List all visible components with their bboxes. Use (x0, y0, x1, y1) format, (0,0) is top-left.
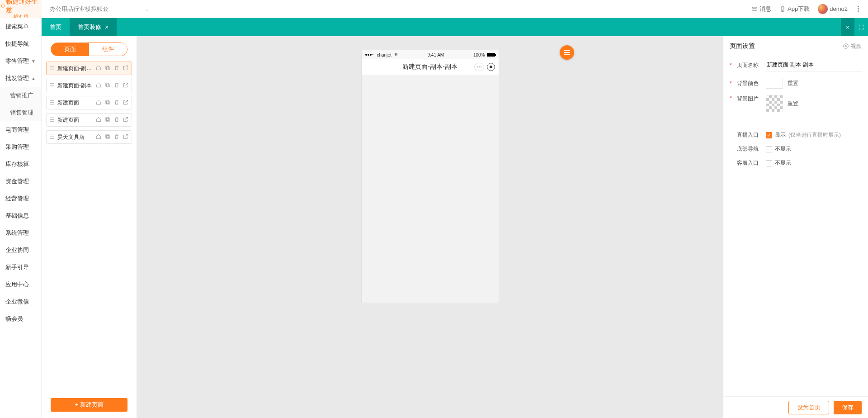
sidebar-item-system[interactable]: 系统管理 (0, 224, 41, 242)
page-home-icon[interactable] (95, 99, 102, 107)
page-delete-icon[interactable] (113, 99, 120, 107)
account-selector[interactable]: 办公用品行业模拟账套 ⌄ (50, 5, 149, 13)
sidebar-item-coop[interactable]: 企业协同 (0, 242, 41, 259)
live-entry-checkbox[interactable]: ✓ 显示 (仅当进行直播时展示) (766, 131, 841, 139)
save-button[interactable]: 保存 (834, 401, 862, 414)
field-bg-image: *背景图片 重置 (730, 95, 862, 112)
sidebar-item-quicknav[interactable]: 快捷导航 (0, 35, 41, 52)
tab-home[interactable]: 首页 (42, 18, 70, 36)
page-home-icon[interactable] (95, 82, 102, 90)
page-delete-icon[interactable] (113, 65, 120, 72)
sidebar-item-funds[interactable]: 资金管理 (0, 173, 41, 190)
sidebar-item-ecom[interactable]: 电商管理 (0, 121, 41, 138)
set-home-button[interactable]: 设为首页 (788, 401, 829, 414)
page-row[interactable]: ☰昊天文具店 (46, 130, 132, 144)
drag-handle-icon[interactable]: ☰ (49, 65, 55, 71)
sidebar-item-wecom[interactable]: 企业微信 (0, 293, 41, 310)
page-home-icon[interactable] (95, 133, 102, 141)
page-row-name: 新建页面-副本-... (57, 65, 93, 72)
bottom-nav-checkbox[interactable]: 不显示 (766, 145, 791, 153)
page-delete-icon[interactable] (113, 133, 120, 141)
phone-nav-bar: 新建页面-副本-副本 ⋯ (362, 59, 499, 75)
svg-rect-2 (107, 66, 109, 69)
canvas: chanjet 9:41 AM 100% 新建页面-副本-副本 ⋯ (137, 36, 723, 418)
page-delete-icon[interactable] (113, 116, 120, 124)
sidebar-item-guide[interactable]: 新手引导 (0, 259, 41, 276)
more-menu-icon[interactable] (856, 6, 861, 12)
bg-color-swatch[interactable] (766, 78, 783, 89)
sidebar-item-member[interactable]: 畅会员 (0, 310, 41, 328)
bg-color-reset[interactable]: 重置 (788, 80, 798, 87)
drag-handle-icon[interactable]: ☰ (49, 117, 55, 123)
tab-close-icon[interactable]: × (105, 24, 108, 31)
signal-icon (365, 54, 375, 56)
seg-component[interactable]: 组件 (89, 43, 127, 56)
phone-time: 9:41 AM (427, 52, 444, 57)
sidebar-item-purchase[interactable]: 采购管理 (0, 138, 41, 156)
drag-handle-icon[interactable]: ☰ (49, 82, 55, 89)
page-share-icon[interactable] (123, 65, 129, 72)
miniapp-close-icon[interactable] (487, 63, 495, 71)
page-row[interactable]: ☰新建页面 (46, 96, 132, 109)
bg-image-picker[interactable] (766, 95, 783, 112)
tabs-close-all-icon[interactable]: × (841, 18, 854, 36)
page-copy-icon[interactable] (104, 133, 111, 141)
field-bottom-nav: *底部导航 不显示 (730, 145, 862, 153)
brand-logo[interactable]: 畅捷通好生意 标准版 (0, 0, 42, 18)
account-name: 办公用品行业模拟账套 (50, 5, 108, 13)
page-name-input[interactable] (766, 59, 862, 71)
sidebar-item-wholesale[interactable]: 批发管理▲ (0, 70, 41, 87)
page-copy-icon[interactable] (104, 65, 111, 72)
page-share-icon[interactable] (123, 116, 129, 124)
battery-icon (487, 53, 495, 57)
page-delete-icon[interactable] (113, 82, 120, 90)
play-icon (843, 43, 849, 49)
video-link[interactable]: 视频 (843, 43, 862, 50)
page-share-icon[interactable] (123, 133, 129, 141)
app-download-link[interactable]: App下载 (779, 5, 810, 13)
user-menu[interactable]: demo2 (818, 4, 848, 14)
messages-link[interactable]: 消息 (751, 5, 771, 13)
page-home-icon[interactable] (95, 65, 102, 72)
add-page-button[interactable]: + 新建页面 (51, 398, 127, 412)
drag-handle-icon[interactable]: ☰ (49, 100, 55, 106)
field-live-entry: *直播入口 ✓ 显示 (仅当进行直播时展示) (730, 131, 862, 139)
bg-image-reset[interactable]: 重置 (788, 100, 798, 108)
fullscreen-icon[interactable] (854, 18, 868, 36)
checkbox-icon (766, 146, 772, 152)
message-icon (751, 6, 758, 12)
page-row[interactable]: ☰新建页面 (46, 113, 132, 127)
page-copy-icon[interactable] (104, 116, 111, 124)
carrier-label: chanjet (377, 52, 392, 57)
sidebar-sub-wholesale: 营销推广 销售管理 (0, 87, 41, 121)
page-panel: 页面 组件 ☰新建页面-副本-...☰新建页面-副本☰新建页面☰新建页面☰昊天文… (42, 36, 137, 418)
sidebar-item-appcenter[interactable]: 应用中心 (0, 276, 41, 293)
miniapp-menu-icon[interactable]: ⋯ (474, 63, 484, 71)
seg-page[interactable]: 页面 (51, 43, 89, 56)
page-share-icon[interactable] (123, 99, 129, 107)
page-row[interactable]: ☰新建页面-副本 (46, 79, 132, 92)
sidebar-sub-marketing[interactable]: 营销推广 (0, 87, 41, 104)
sidebar-item-search[interactable]: 搜索菜单 (0, 18, 41, 35)
sidebar-item-retail[interactable]: 零售管理▼ (0, 52, 41, 70)
app-download-label: App下载 (788, 5, 810, 13)
sidebar-item-base[interactable]: 基础信息 (0, 207, 41, 224)
svg-rect-8 (107, 118, 109, 121)
service-entry-checkbox[interactable]: 不显示 (766, 159, 791, 167)
page-copy-icon[interactable] (104, 99, 111, 107)
tab-decorate[interactable]: 首页装修 × (70, 18, 117, 36)
sidebar-sub-sales[interactable]: 销售管理 (0, 104, 41, 121)
sidebar-item-stock[interactable]: 库存核算 (0, 156, 41, 173)
page-row[interactable]: ☰新建页面-副本-... (46, 62, 132, 75)
top-header-right: 消息 App下载 demo2 (751, 4, 868, 14)
svg-rect-3 (106, 66, 108, 68)
page-row-name: 昊天文具店 (57, 133, 93, 141)
page-copy-icon[interactable] (104, 82, 111, 90)
page-share-icon[interactable] (123, 82, 129, 90)
page-home-icon[interactable] (95, 116, 102, 124)
caret-up-icon: ▲ (31, 76, 36, 81)
drag-handle-icon[interactable]: ☰ (49, 134, 55, 140)
panel-toggle-handle[interactable] (560, 45, 574, 60)
svg-rect-9 (106, 117, 108, 120)
sidebar-item-ops[interactable]: 经营管理 (0, 190, 41, 207)
